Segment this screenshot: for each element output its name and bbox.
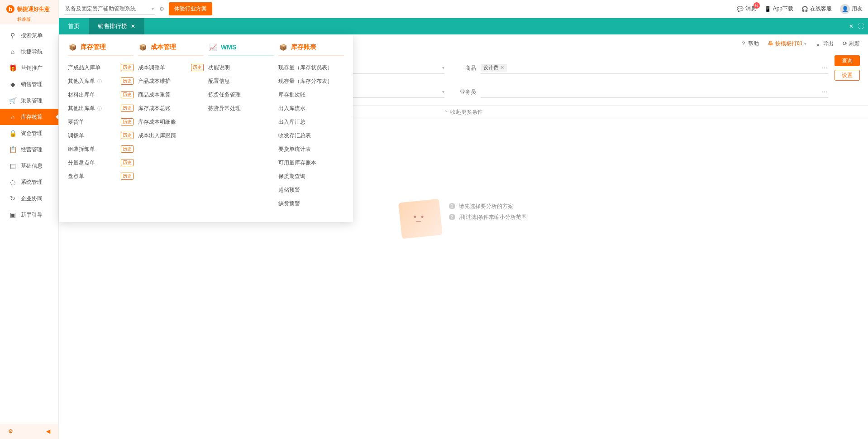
- mega-column-header: 📦库存账表: [278, 43, 344, 56]
- product-tag[interactable]: 设计费 ✕: [481, 64, 507, 72]
- sidebar-item-2[interactable]: 🎁营销推广: [0, 60, 58, 76]
- mega-item-0-5[interactable]: 调拨单历史: [68, 129, 134, 142]
- mega-item-3-8[interactable]: 保质期查询: [278, 169, 344, 183]
- query-button[interactable]: 查询: [835, 55, 860, 66]
- mega-item-3-7[interactable]: 可用量库存账本: [278, 156, 344, 169]
- mega-item-1-4[interactable]: 库存成本明细账: [138, 115, 204, 129]
- mega-item-2-2[interactable]: 拣货任务管理: [208, 88, 274, 101]
- print-template-button[interactable]: 🖶 按模板打印: [768, 40, 806, 48]
- brand-block[interactable]: b 畅捷通好生意: [0, 0, 58, 18]
- history-badge[interactable]: 历史: [121, 132, 134, 139]
- mega-item-label: 拣货任务管理: [208, 91, 241, 99]
- export-icon: ⭳: [816, 40, 821, 47]
- mega-item-0-1[interactable]: 其他入库单 ⓘ历史: [68, 74, 134, 88]
- mega-item-2-0[interactable]: 功能说明: [208, 61, 274, 74]
- refresh-button[interactable]: ⟳ 刷新: [843, 40, 860, 48]
- sidebar-item-3[interactable]: ◆销售管理: [0, 76, 58, 92]
- fullscreen-icon[interactable]: ⛶: [858, 23, 863, 29]
- step-1-badge: 1: [449, 203, 455, 209]
- mega-item-0-3[interactable]: 其他出库单 ⓘ历史: [68, 101, 134, 115]
- sidebar-item-11[interactable]: ▣新手引导: [0, 207, 58, 223]
- sidebar-item-label: 快捷导航: [21, 48, 43, 56]
- mega-column-1: 📦成本管理成本调整单历史产品成本维护商品成本重算库存成本总账库存成本明细账成本出…: [138, 43, 204, 210]
- more-icon[interactable]: ⋯: [822, 65, 828, 71]
- mega-header-icon: 📦: [68, 43, 77, 52]
- app-download-label: App下载: [773, 5, 793, 13]
- history-badge[interactable]: 历史: [121, 105, 134, 112]
- history-badge[interactable]: 历史: [191, 64, 204, 71]
- empty-illustration: •_•: [400, 201, 441, 237]
- sidebar-item-icon: ⚲: [9, 32, 16, 39]
- online-service-button[interactable]: 🎧 在线客服: [801, 5, 832, 13]
- refresh-label: 刷新: [849, 40, 860, 48]
- mega-item-label: 出入库流水: [278, 105, 305, 112]
- sidebar-item-6[interactable]: 🔒资金管理: [0, 125, 58, 141]
- history-badge[interactable]: 历史: [121, 173, 134, 180]
- export-button[interactable]: ⭳ 导出: [816, 40, 834, 48]
- mega-item-3-2[interactable]: 库存批次账: [278, 88, 344, 101]
- sidebar-item-9[interactable]: ◌系统管理: [0, 174, 58, 190]
- mega-item-0-6[interactable]: 组装拆卸单历史: [68, 142, 134, 156]
- gear-icon[interactable]: ⚙: [159, 6, 164, 12]
- sidebar-bottom: ⚙ ◀: [0, 424, 58, 439]
- close-tab-icon[interactable]: ✕: [131, 23, 135, 29]
- mega-item-3-5[interactable]: 收发存汇总表: [278, 129, 344, 142]
- mega-item-label: 调拨单: [68, 132, 84, 140]
- history-badge[interactable]: 历史: [121, 77, 134, 85]
- more-icon[interactable]: ⋯: [822, 89, 828, 95]
- sidebar-item-7[interactable]: 📋经营管理: [0, 141, 58, 158]
- user-menu[interactable]: 👤 用友: [840, 4, 863, 14]
- mega-item-3-1[interactable]: 现存量（库存分布表）: [278, 74, 344, 88]
- remove-tag-icon[interactable]: ✕: [500, 65, 504, 71]
- system-select[interactable]: 装备及固定资产辅助管理系统: [64, 3, 155, 15]
- settings-icon[interactable]: ⚙: [8, 428, 13, 434]
- mega-item-3-9[interactable]: 超储预警: [278, 183, 344, 197]
- experience-button[interactable]: 体验行业方案: [169, 2, 212, 15]
- history-badge[interactable]: 历史: [121, 91, 134, 98]
- sidebar-item-4[interactable]: 🛒采购管理: [0, 92, 58, 109]
- sidebar-item-0[interactable]: ⚲搜索菜单: [0, 27, 58, 43]
- mega-item-1-2[interactable]: 商品成本重算: [138, 88, 204, 101]
- sidebar-nav: ⚲搜索菜单⌂快捷导航🎁营销推广◆销售管理🛒采购管理⌂库存核算🔒资金管理📋经营管理…: [0, 24, 58, 424]
- mega-item-3-6[interactable]: 要货单统计表: [278, 142, 344, 156]
- settings-button[interactable]: 设置: [835, 70, 860, 81]
- sidebar-item-5[interactable]: ⌂库存核算: [0, 109, 58, 125]
- mega-item-1-1[interactable]: 产品成本维护: [138, 74, 204, 88]
- sidebar-item-icon: 🎁: [9, 64, 16, 72]
- mega-item-1-0[interactable]: 成本调整单历史: [138, 61, 204, 74]
- sidebar-item-icon: 📋: [9, 146, 16, 153]
- history-badge[interactable]: 历史: [121, 118, 134, 125]
- mega-item-0-4[interactable]: 要货单历史: [68, 115, 134, 129]
- sidebar-item-10[interactable]: ↻企业协同: [0, 190, 58, 207]
- mega-item-0-8[interactable]: 盘点单历史: [68, 169, 134, 183]
- mega-item-label: 配置信息: [208, 77, 230, 85]
- close-all-tabs-icon[interactable]: ✕: [849, 23, 854, 29]
- sidebar-item-label: 营销推广: [21, 64, 43, 72]
- mega-item-label: 要货单: [68, 118, 84, 126]
- help-button[interactable]: ？ 帮助: [741, 40, 759, 48]
- mega-item-2-1[interactable]: 配置信息: [208, 74, 274, 88]
- tab-sales-ranking[interactable]: 销售排行榜 ✕: [89, 18, 144, 34]
- mega-item-2-3[interactable]: 拣货异常处理: [208, 101, 274, 115]
- app-download-button[interactable]: 📱 App下载: [764, 5, 793, 13]
- history-badge[interactable]: 历史: [121, 159, 134, 166]
- mega-item-3-10[interactable]: 缺货预警: [278, 197, 344, 210]
- mega-item-3-0[interactable]: 现存量（库存状况表）: [278, 61, 344, 74]
- sidebar-item-1[interactable]: ⌂快捷导航: [0, 43, 58, 60]
- salesperson-field[interactable]: ⋯: [481, 86, 828, 98]
- history-badge[interactable]: 历史: [121, 64, 134, 71]
- mega-item-0-2[interactable]: 材料出库单历史: [68, 88, 134, 101]
- mega-item-1-3[interactable]: 库存成本总账: [138, 101, 204, 115]
- mega-item-1-5[interactable]: 成本出入库跟踪: [138, 129, 204, 142]
- tab-home[interactable]: 首页: [59, 18, 89, 34]
- mega-item-label: 出入库汇总: [278, 118, 305, 126]
- mega-item-3-4[interactable]: 出入库汇总: [278, 115, 344, 129]
- history-badge[interactable]: 历史: [121, 145, 134, 153]
- product-field[interactable]: 设计费 ✕ ⋯: [481, 62, 828, 74]
- mega-item-0-0[interactable]: 产成品入库单历史: [68, 61, 134, 74]
- sidebar-item-8[interactable]: ▤基础信息: [0, 158, 58, 174]
- message-button[interactable]: 💬 消息 6: [737, 5, 756, 13]
- mega-item-3-3[interactable]: 出入库流水: [278, 101, 344, 115]
- mega-item-0-7[interactable]: 分量盘点单历史: [68, 156, 134, 169]
- collapse-sidebar-icon[interactable]: ◀: [46, 428, 50, 434]
